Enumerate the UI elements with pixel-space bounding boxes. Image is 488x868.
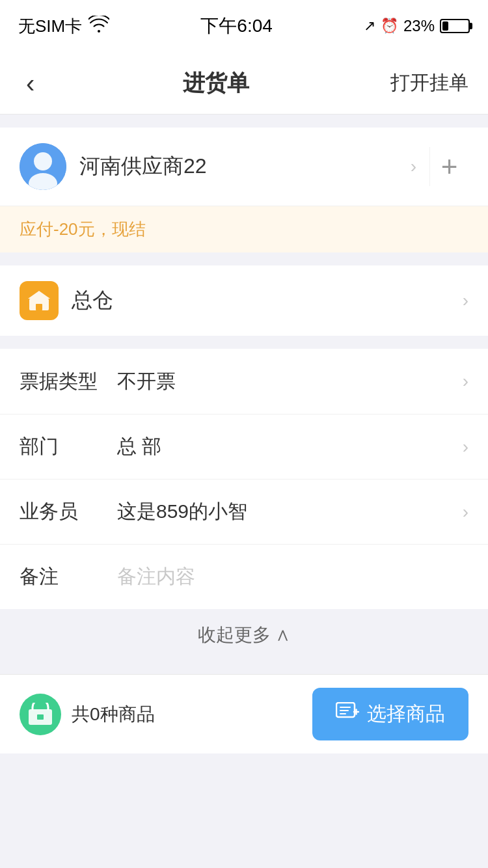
status-time: 下午6:04	[200, 14, 273, 38]
salesman-label: 业务员	[20, 498, 98, 525]
warehouse-icon	[20, 281, 59, 320]
warehouse-name: 总仓	[72, 286, 463, 315]
battery-percent: 23%	[403, 17, 435, 35]
carrier-label: 无SIM卡	[18, 15, 82, 38]
invoice-type-label: 票据类型	[20, 368, 98, 395]
warehouse-row[interactable]: 总仓 ›	[0, 265, 488, 336]
notice-text: 应付-20元，现结	[20, 219, 146, 239]
bottom-bar: 共0种商品 选择商品	[0, 674, 488, 753]
collapse-button[interactable]: 收起更多 ∧	[0, 609, 488, 661]
svg-marker-4	[28, 291, 50, 299]
select-product-label: 选择商品	[367, 701, 445, 727]
department-label: 部门	[20, 433, 98, 460]
supplier-avatar	[20, 143, 66, 190]
location-icon: ↗	[364, 18, 375, 34]
supplier-chevron-icon: ›	[411, 156, 416, 177]
form-card: 票据类型 不开票 › 部门 总 部 › 业务员 这是859的小智 › 备注 备注…	[0, 349, 488, 609]
background-fill	[0, 753, 488, 868]
wifi-icon	[88, 16, 109, 36]
product-count-text: 共0种商品	[72, 702, 155, 727]
department-chevron-icon: ›	[463, 437, 468, 457]
section-gap-3	[0, 336, 488, 349]
supplier-card: 河南供应商22 › + 应付-20元，现结	[0, 128, 488, 252]
salesman-value: 这是859的小智	[117, 498, 463, 525]
supplier-name: 河南供应商22	[79, 152, 411, 181]
product-count-icon	[20, 694, 61, 735]
remark-placeholder[interactable]: 备注内容	[117, 563, 468, 590]
select-product-icon	[336, 702, 359, 726]
department-value: 总 部	[117, 433, 463, 460]
warehouse-chevron-icon: ›	[463, 290, 468, 311]
status-right: ↗ ⏰ 23%	[364, 17, 470, 35]
collapse-label: 收起更多 ∧	[198, 623, 291, 647]
product-count-area: 共0种商品	[20, 694, 155, 735]
alarm-icon: ⏰	[381, 18, 398, 34]
salesman-chevron-icon: ›	[463, 502, 468, 522]
warehouse-card: 总仓 ›	[0, 265, 488, 336]
invoice-type-chevron-icon: ›	[463, 371, 468, 392]
back-button[interactable]: ‹	[20, 64, 41, 103]
status-left: 无SIM卡	[18, 15, 109, 38]
page-title: 进货单	[183, 68, 249, 98]
notice-bar: 应付-20元，现结	[0, 206, 488, 252]
open-pending-button[interactable]: 打开挂单	[390, 70, 468, 96]
add-supplier-button[interactable]: +	[429, 147, 468, 186]
section-gap-4	[0, 661, 488, 674]
battery-icon	[440, 19, 470, 33]
invoice-type-value: 不开票	[117, 368, 463, 395]
svg-rect-5	[36, 304, 42, 310]
section-gap-1	[0, 115, 488, 128]
status-bar: 无SIM卡 下午6:04 ↗ ⏰ 23%	[0, 0, 488, 52]
remark-row[interactable]: 备注 备注内容	[0, 544, 488, 609]
salesman-row[interactable]: 业务员 这是859的小智 ›	[0, 479, 488, 544]
remark-label: 备注	[20, 563, 98, 590]
svg-rect-7	[37, 714, 44, 720]
department-row[interactable]: 部门 总 部 ›	[0, 414, 488, 479]
section-gap-2	[0, 252, 488, 265]
invoice-type-row[interactable]: 票据类型 不开票 ›	[0, 349, 488, 414]
nav-bar: ‹ 进货单 打开挂单	[0, 52, 488, 115]
supplier-row[interactable]: 河南供应商22 › +	[0, 128, 488, 206]
select-product-button[interactable]: 选择商品	[312, 688, 468, 740]
svg-point-1	[34, 152, 52, 170]
